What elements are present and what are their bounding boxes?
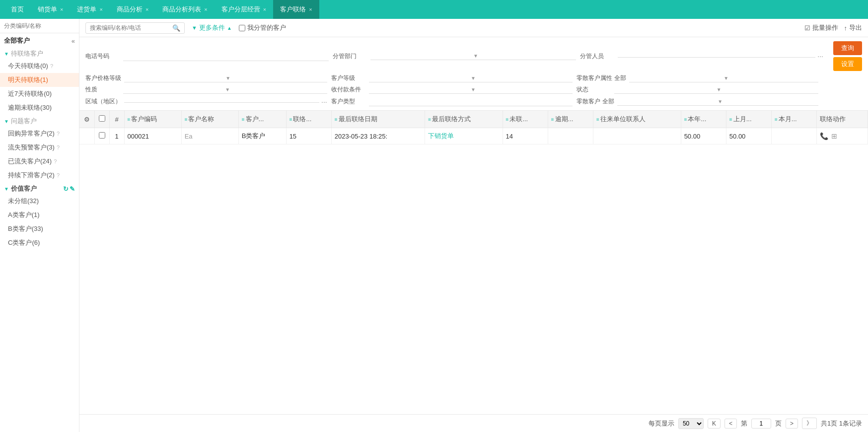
sidebar-item-declining[interactable]: 持续下滑客户(2) ?	[0, 168, 79, 182]
nav-tab-0[interactable]: 销货单 ×	[31, 0, 70, 19]
th-name[interactable]: ≡客户名称	[181, 111, 238, 128]
sidebar-item-churned[interactable]: 已流失客户(24) ?	[0, 154, 79, 168]
close-icon-3[interactable]: ×	[204, 6, 207, 12]
row-last-method[interactable]: 下销货单	[425, 128, 503, 144]
sidebar-item-ungrouped[interactable]: 未分组(32)	[0, 194, 79, 208]
export-btn[interactable]: ↑ 导出	[844, 23, 863, 32]
price-grade-dropdown[interactable]: ▼	[124, 74, 327, 82]
my-customers-check[interactable]	[239, 25, 245, 31]
filter-row-4: 区域（地区） ··· 客户类型 零散客户 全部 ▼	[85, 97, 862, 106]
row-overdue	[548, 128, 593, 144]
row-num: 1	[109, 128, 124, 144]
th-code[interactable]: ≡客户编码	[124, 111, 181, 128]
row-code: 000021	[124, 128, 181, 144]
sidebar-item-c-class[interactable]: C类客户(6)	[0, 236, 79, 250]
person-dropdown[interactable]	[618, 55, 815, 58]
filter-search-icon[interactable]: 🔍	[172, 24, 180, 32]
nav-tab-3[interactable]: 商品分析列表 ×	[155, 0, 214, 19]
more-conditions-btn[interactable]: ▼ 更多条件 ▲	[189, 22, 235, 34]
th-last-date[interactable]: ≡最后联络日期	[331, 111, 425, 128]
export-icon: ↑	[844, 24, 848, 32]
sidebar-group-problem[interactable]: ▼ 问题客户	[0, 115, 79, 127]
value-group-edit-icons: ↻ ✎	[63, 185, 75, 193]
prev-page-btn[interactable]: <	[724, 419, 737, 429]
filter-region: 区域（地区） ···	[85, 97, 327, 106]
nature-dropdown[interactable]: ▼	[123, 86, 327, 94]
sidebar-item-b-class[interactable]: B类客户(33)	[0, 222, 79, 236]
row-check[interactable]	[94, 128, 109, 144]
first-page-btn[interactable]: K	[708, 419, 721, 429]
sidebar-item-a-class[interactable]: A类客户(1)	[0, 208, 79, 222]
phone-input[interactable]	[123, 52, 329, 61]
person-dots-icon[interactable]: ···	[817, 52, 823, 60]
th-check[interactable]	[94, 111, 109, 128]
nav-tab-1[interactable]: 进货单 ×	[70, 0, 109, 19]
triangle-icon-2: ▼	[4, 119, 9, 124]
payment-dropdown[interactable]: ▼	[369, 86, 573, 94]
call-icon[interactable]: 📞	[820, 132, 828, 140]
th-this-month[interactable]: ≡本月...	[771, 111, 816, 128]
nav-home[interactable]: 首页	[4, 0, 31, 19]
th-overdue[interactable]: ≡逾期...	[548, 111, 593, 128]
sidebar-group-pending[interactable]: ▼ 待联络客户	[0, 47, 79, 59]
retail-attr-dropdown[interactable]: ▼	[629, 74, 818, 82]
filter-row-1: 电话号码 分管部门 ▼ 分管人员 ···	[85, 41, 862, 71]
nav-tab-4[interactable]: 客户分层经营 ×	[215, 0, 273, 19]
th-unlocked[interactable]: ≡未联...	[503, 111, 548, 128]
sidebar-item-today[interactable]: 今天待联络(0) ?	[0, 59, 79, 73]
refresh-icon[interactable]: ↻	[63, 185, 69, 193]
cust-grade-dropdown[interactable]: ▼	[369, 74, 573, 82]
nav-tab-2[interactable]: 商品分析 ×	[110, 0, 155, 19]
filter-search-input[interactable]	[90, 24, 170, 31]
close-icon-0[interactable]: ×	[60, 6, 63, 12]
sidebar-item-churn-warning[interactable]: 流失预警客户(3) ?	[0, 141, 79, 154]
region-label: 区域（地区）	[85, 97, 121, 106]
batch-op-btn[interactable]: ☑ 批量操作	[804, 23, 838, 32]
row-name[interactable]: Ea	[181, 128, 238, 144]
collapse-icon[interactable]: «	[72, 37, 75, 45]
all-customers-header: 全部客户 «	[0, 33, 79, 47]
advanced-filter: 电话号码 分管部门 ▼ 分管人员 ···	[79, 37, 868, 111]
th-last-method[interactable]: ≡最后联络方式	[425, 111, 503, 128]
pagination: 每页显示 50 100 K < 第 页 > 》 共1页 1条记录	[79, 414, 868, 432]
help-icon-3: ?	[54, 158, 57, 164]
grid-icon[interactable]: ⊞	[831, 132, 837, 140]
close-icon-2[interactable]: ×	[145, 6, 148, 12]
nav-tab-5[interactable]: 客户联络 ×	[273, 0, 319, 19]
th-contact-count[interactable]: ≡联络...	[286, 111, 331, 128]
last-method-link[interactable]: 下销货单	[428, 132, 454, 140]
region-dropdown[interactable]	[124, 100, 319, 103]
page-size-select[interactable]: 50 100	[678, 418, 704, 429]
edit-icon[interactable]: ✎	[70, 185, 75, 193]
th-this-year[interactable]: ≡本年...	[681, 111, 726, 128]
sidebar-search-input[interactable]	[4, 22, 78, 29]
close-icon-4[interactable]: ×	[263, 6, 266, 12]
cust-type-input[interactable]	[369, 97, 573, 106]
cust-type-label: 客户类型	[331, 97, 366, 106]
th-gear[interactable]: ⚙	[79, 111, 94, 128]
th-type[interactable]: ≡客户...	[238, 111, 286, 128]
settings-button[interactable]: 设置	[833, 57, 862, 71]
sidebar-item-overdue[interactable]: 逾期未联络(30)	[0, 101, 79, 115]
my-customers-checkbox[interactable]: 我分管的客户	[239, 23, 286, 32]
next-page-btn[interactable]: >	[786, 419, 798, 429]
close-icon-5[interactable]: ×	[309, 6, 312, 12]
filter-row-2: 客户价格等级 ▼ 客户等级 ▼ 零散客户属性 全部	[85, 74, 862, 82]
sidebar-item-tomorrow[interactable]: 明天待联络(1)	[0, 73, 79, 87]
close-icon-1[interactable]: ×	[99, 6, 102, 12]
retail-attr-label: 零散客户属性 全部	[577, 74, 626, 82]
query-button[interactable]: 查询	[833, 41, 862, 55]
th-unit-contact[interactable]: ≡往来单位联系人	[593, 111, 681, 128]
retail-cust-dropdown[interactable]: ▼	[617, 98, 818, 106]
row-checkbox[interactable]	[99, 132, 105, 139]
page-number-input[interactable]	[751, 419, 771, 429]
region-dots-icon[interactable]: ···	[321, 98, 327, 106]
sidebar-item-7days[interactable]: 近7天待联络(0)	[0, 87, 79, 101]
sidebar-item-abnormal[interactable]: 回购异常客户(2) ?	[0, 127, 79, 141]
dept-dropdown[interactable]: ▼	[370, 52, 576, 60]
th-last-month[interactable]: ≡上月...	[726, 111, 771, 128]
rc-arrow-icon: ▼	[718, 99, 818, 104]
last-page-btn[interactable]: 》	[802, 418, 817, 429]
status-dropdown[interactable]: ▼	[614, 86, 818, 94]
select-all-checkbox[interactable]	[99, 115, 105, 122]
